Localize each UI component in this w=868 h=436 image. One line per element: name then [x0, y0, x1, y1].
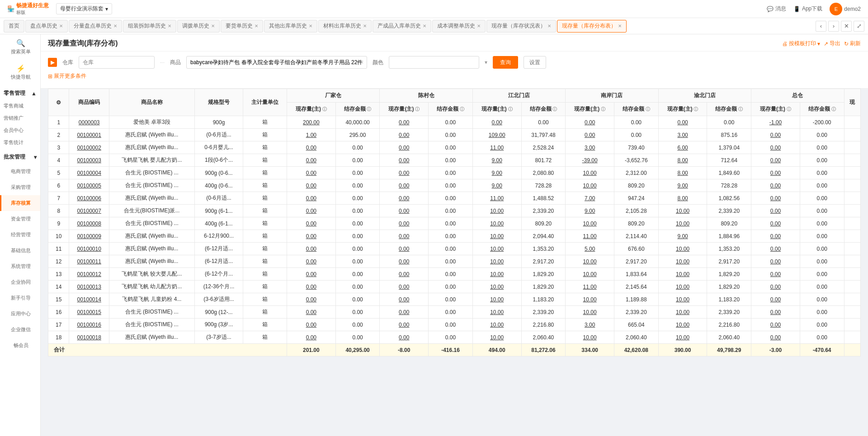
- message-btn[interactable]: 💬 消息: [767, 5, 786, 13]
- yuzbei-cur-link[interactable]: 10.00: [676, 271, 689, 277]
- factory-cur-link[interactable]: 0.00: [306, 296, 316, 303]
- code-link[interactable]: 00100006: [77, 195, 101, 202]
- chenmu-cur-link[interactable]: 0.00: [399, 170, 409, 176]
- export-btn[interactable]: ↗ 导出: [824, 40, 840, 47]
- nanan-cur-link[interactable]: 10.00: [583, 170, 597, 176]
- factory-cur-link[interactable]: 0.00: [306, 322, 316, 328]
- factory-cur-link[interactable]: 0.00: [306, 195, 316, 202]
- tab-2[interactable]: 分量盘点单历史 ✕: [69, 20, 122, 33]
- nanan-cur-link[interactable]: 10.00: [583, 183, 597, 189]
- total-cur-link[interactable]: 0.00: [770, 170, 781, 176]
- sidebar-item-shortcut[interactable]: ⚡ 快捷导航: [0, 60, 40, 85]
- chenmu-cur-link[interactable]: 0.00: [399, 271, 409, 277]
- tab-home[interactable]: 首页: [4, 20, 24, 33]
- nanan-cur-link[interactable]: 10.00: [583, 258, 597, 265]
- yuzbei-cur-link[interactable]: 8.00: [677, 170, 688, 176]
- chenmu-cur-link[interactable]: 0.00: [399, 208, 409, 214]
- tab-3[interactable]: 组装拆卸单历史 ✕: [123, 20, 176, 33]
- tab-7-close[interactable]: ✕: [363, 23, 367, 28]
- tab-6[interactable]: 其他出库单历史 ✕: [264, 20, 317, 33]
- code-link[interactable]: 0000003: [79, 119, 100, 126]
- tab-9-close[interactable]: ✕: [477, 23, 481, 28]
- yuzbei-cur-link[interactable]: 10.00: [676, 246, 689, 252]
- tab-4[interactable]: 调拨单历史 ✕: [177, 20, 220, 33]
- factory-cur-link[interactable]: 0.00: [306, 145, 316, 151]
- sidebar-app-center[interactable]: 应用中心: [0, 306, 40, 322]
- sidebar-wholesale-group[interactable]: 批发管理 ▾: [0, 149, 40, 164]
- jiangbei-cur-link[interactable]: 10.00: [490, 208, 504, 214]
- factory-cur-link[interactable]: 0.00: [306, 220, 316, 227]
- nanan-cur-link[interactable]: 10.00: [583, 309, 597, 315]
- nanan-cur-link[interactable]: 10.00: [583, 296, 597, 303]
- sidebar-finance[interactable]: 资金管理: [0, 211, 40, 227]
- goods-input[interactable]: [186, 56, 367, 69]
- chenmu-cur-link[interactable]: 0.00: [399, 284, 409, 290]
- tab-8-close[interactable]: ✕: [423, 23, 426, 28]
- sidebar-purchase[interactable]: 采购管理: [0, 179, 40, 195]
- chenmu-cur-link[interactable]: 0.00: [399, 220, 409, 227]
- total-cur-link[interactable]: 0.00: [770, 183, 781, 189]
- total-cur-link[interactable]: 0.00: [770, 145, 781, 151]
- jiangbei-cur-link[interactable]: 109.00: [489, 132, 505, 138]
- code-link[interactable]: 00100011: [77, 258, 101, 265]
- jiangbei-cur-link[interactable]: 10.00: [490, 334, 504, 341]
- total-cur-link[interactable]: 0.00: [770, 296, 781, 303]
- tab-3-close[interactable]: ✕: [168, 23, 171, 28]
- total-cur-link[interactable]: 0.00: [770, 195, 781, 202]
- yuzbei-cur-link[interactable]: 8.00: [677, 195, 688, 202]
- factory-cur-link[interactable]: 0.00: [306, 233, 316, 239]
- code-link[interactable]: 00100010: [77, 246, 101, 252]
- jiangbei-cur-link[interactable]: 10.00: [490, 296, 504, 303]
- nanan-cur-link[interactable]: -39.00: [582, 157, 598, 164]
- nanan-cur-link[interactable]: 11.00: [583, 284, 597, 290]
- tab-5-close[interactable]: ✕: [255, 23, 258, 28]
- yuzbei-cur-link[interactable]: 9.00: [677, 233, 688, 239]
- tab-1-close[interactable]: ✕: [59, 23, 63, 28]
- total-cur-link[interactable]: 0.00: [770, 309, 781, 315]
- jiangbei-cur-link[interactable]: 10.00: [490, 322, 504, 328]
- yuzbei-cur-link[interactable]: 10.00: [676, 208, 689, 214]
- tab-5[interactable]: 要货单历史 ✕: [221, 20, 263, 33]
- factory-cur-link[interactable]: 0.00: [306, 208, 316, 214]
- nanan-cur-link[interactable]: 10.00: [583, 334, 597, 341]
- factory-cur-link[interactable]: 200.00: [303, 119, 320, 126]
- nanan-cur-link[interactable]: 11.00: [583, 233, 597, 239]
- expand-conditions-btn[interactable]: ⊞ 展开更多条件: [48, 72, 86, 80]
- total-cur-link[interactable]: 0.00: [770, 284, 781, 290]
- sidebar-retail-group[interactable]: 零售管理 ▲: [0, 85, 40, 100]
- total-cur-link[interactable]: 0.00: [770, 220, 781, 227]
- code-link[interactable]: 00100018: [77, 334, 101, 341]
- tab-6-close[interactable]: ✕: [309, 23, 312, 28]
- factory-cur-link[interactable]: 0.00: [306, 170, 316, 176]
- tab-4-close[interactable]: ✕: [211, 23, 215, 28]
- tab-close-all-btn[interactable]: ✕: [841, 21, 852, 32]
- jiangbei-cur-link[interactable]: 10.00: [490, 233, 504, 239]
- factory-cur-link[interactable]: 0.00: [306, 309, 316, 315]
- sidebar-member-center[interactable]: 会员中心: [0, 124, 40, 136]
- factory-cur-link[interactable]: 1.00: [306, 132, 316, 138]
- tab-prev-btn[interactable]: ‹: [816, 21, 826, 32]
- search-btn[interactable]: 查询: [493, 56, 518, 69]
- jiangbei-cur-link[interactable]: 10.00: [490, 271, 504, 277]
- code-link[interactable]: 00100003: [77, 157, 101, 164]
- table-container[interactable]: ⚙ 商品编码 商品名称 规格型号 主计量单位 厂家仓 陈村仓 江北门店 南岸门店…: [41, 89, 868, 436]
- tab-8[interactable]: 产成品入库单历史 ✕: [373, 20, 431, 33]
- chenmu-cur-link[interactable]: 0.00: [399, 132, 409, 138]
- nanan-cur-link[interactable]: 10.00: [583, 271, 597, 277]
- total-cur-link[interactable]: -1.00: [769, 119, 782, 126]
- color-input[interactable]: [389, 56, 479, 69]
- refresh-btn[interactable]: ↻ 刷新: [844, 40, 861, 47]
- tab-10[interactable]: 现存量（库存状况表） ✕: [486, 20, 556, 33]
- yuzbei-cur-link[interactable]: 10.00: [676, 258, 689, 265]
- code-link[interactable]: 00100002: [77, 145, 101, 151]
- tab-11[interactable]: 现存量（库存分布表） ✕: [557, 20, 627, 33]
- code-link[interactable]: 00100007: [77, 208, 101, 214]
- sidebar-enterprise[interactable]: 企业协同: [0, 274, 40, 290]
- factory-cur-link[interactable]: 0.00: [306, 157, 316, 164]
- tab-1[interactable]: 盘点单历史 ✕: [25, 20, 68, 33]
- filter-toggle-btn[interactable]: ▶: [48, 58, 57, 67]
- yuzbei-cur-link[interactable]: 10.00: [676, 284, 689, 290]
- yuzbei-cur-link[interactable]: 6.00: [677, 145, 688, 151]
- sidebar-basic-info[interactable]: 基础信息: [0, 243, 40, 258]
- jiangbei-cur-link[interactable]: 10.00: [490, 246, 504, 252]
